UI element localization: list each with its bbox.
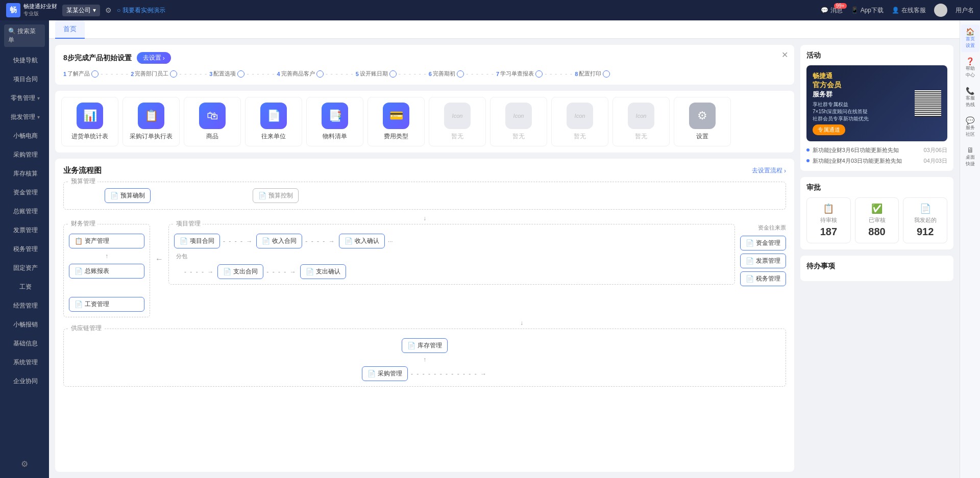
username[interactable]: 用户名: [955, 6, 974, 15]
workflow-settings-link[interactable]: 去设置流程 ›: [752, 166, 786, 175]
flow-node-income-confirm[interactable]: 📄 收入确认: [339, 234, 385, 248]
activity-item-1[interactable]: 新功能|业财3月6日功能更新抢先知 03月06日: [806, 146, 947, 154]
pending-card: 待办事项: [800, 256, 953, 281]
flow-node-budget-ctrl2[interactable]: 📄 预算控制: [253, 188, 299, 203]
quick-app-settings[interactable]: ⚙ 设置: [674, 97, 731, 146]
tab-home[interactable]: 首页: [55, 20, 85, 39]
quick-app-expense-type[interactable]: 💳 费用类型: [368, 97, 425, 146]
community-icon: 💬: [963, 116, 977, 124]
message-icon: 💬: [821, 7, 828, 14]
sidebar-item-basic-info[interactable]: 基础信息: [0, 334, 49, 353]
sidebar-item-invoice[interactable]: 发票管理: [0, 221, 49, 240]
setup-step-6[interactable]: 6 完善期初: [429, 70, 464, 78]
activity-banner[interactable]: 畅捷通 官方会员 服务群 享社群专属权益 7×15h深度顾问在线答疑 社群会员专…: [806, 65, 947, 141]
app-icon-expense-type: 💳: [383, 103, 409, 129]
avatar[interactable]: [934, 4, 947, 17]
flow-node-expense-confirm[interactable]: 📄 支出确认: [300, 264, 346, 279]
quick-app-purchase-orders[interactable]: 📋 采购订单执行表: [122, 97, 180, 146]
arrow-down-1: ↓: [63, 215, 786, 222]
setup-step-7[interactable]: 7 学习单查报表: [496, 70, 543, 78]
sidebar-item-inventory[interactable]: 库存核算: [0, 164, 49, 183]
right-sidebar-desktop[interactable]: 🖥 桌面快捷: [961, 143, 979, 170]
quick-app-placeholder3[interactable]: Icon 暂无: [551, 97, 608, 146]
arrow-icon: ›: [163, 55, 165, 62]
sidebar-gear-icon[interactable]: ⚙: [0, 455, 49, 473]
sidebar-item-fixed-assets[interactable]: 固定资产: [0, 259, 49, 278]
setup-step-4[interactable]: 4 完善商品客户: [277, 70, 324, 78]
sidebar: 🔍 搜索菜单 快捷导航 项目合同 零售管理 ▾ 批发管理 ▾ 小畅电商 采购管理: [0, 20, 49, 478]
quick-app-placeholder1[interactable]: Icon 暂无: [429, 97, 486, 146]
online-service-button[interactable]: 👤 在线客服: [892, 6, 926, 15]
step-6-circle: [457, 70, 464, 78]
quick-app-placeholder4[interactable]: Icon 暂无: [612, 97, 670, 146]
search-menu-button[interactable]: 🔍 搜索菜单: [4, 24, 45, 47]
initiated-label: 我发起的: [908, 216, 943, 224]
flow-node-capital-mgmt[interactable]: 📄 资金管理: [740, 236, 786, 250]
flow-node-purchase[interactable]: 📄 采购管理: [362, 366, 408, 381]
activity-title: 活动: [806, 51, 947, 60]
flow-node-asset-mgmt[interactable]: 📋 资产管理: [69, 234, 144, 248]
quick-app-goods[interactable]: 🛍 商品: [184, 97, 241, 146]
flow-node-income-contract[interactable]: 📄 收入合同: [256, 234, 302, 248]
flow-node-invoice-mgmt[interactable]: 📄 发票管理: [740, 254, 786, 268]
settings-icon[interactable]: ⚙: [105, 6, 112, 14]
desktop-icon: 🖥: [963, 146, 977, 154]
setup-step-3[interactable]: 3 配置选项: [209, 70, 244, 78]
activity-item-2[interactable]: 新功能|业财4月03日功能更新抢先知 04月03日: [806, 157, 947, 165]
content-scroll: ✕ 8步完成产品初始设置 去设置 › 1 了解产品: [49, 39, 960, 478]
flow-node-budget-control[interactable]: 📄 预算确制: [105, 188, 151, 203]
step-3-circle: [237, 70, 244, 78]
right-sidebar-home[interactable]: 🏠 首页设置: [961, 24, 979, 52]
setup-step-2[interactable]: 2 完善部门员工: [131, 70, 177, 78]
flow-node-project-contract[interactable]: 📄 项目合同: [174, 234, 220, 248]
sidebar-item-general[interactable]: 总账管理: [0, 202, 49, 221]
flow-node-inventory[interactable]: 📄 库存管理: [402, 338, 448, 353]
setup-close-button[interactable]: ✕: [781, 50, 788, 60]
right-sidebar-community[interactable]: 💬 服务社区: [961, 113, 979, 141]
approval-item-reviewed[interactable]: ✅ 已审核 880: [855, 197, 899, 243]
sidebar-item-payroll[interactable]: 工资: [0, 278, 49, 296]
sidebar-item-ecommerce[interactable]: 小畅电商: [0, 127, 49, 145]
flow-node-payroll[interactable]: 📄 工资管理: [69, 297, 144, 312]
quick-app-inventory-stats[interactable]: 📊 进货单统计表: [61, 97, 118, 146]
demo-link[interactable]: ○我要看实例演示: [117, 6, 165, 15]
sidebar-item-project-contract[interactable]: 项目合同: [0, 70, 49, 89]
quick-app-partners[interactable]: 📄 往来单位: [245, 97, 302, 146]
sidebar-item-tax[interactable]: 税务管理: [0, 240, 49, 259]
flow-node-expense-contract[interactable]: 📄 支出合同: [217, 264, 263, 279]
approval-item-pending[interactable]: 📋 待审核 187: [806, 197, 851, 243]
app-icon-settings: ⚙: [689, 103, 716, 129]
arrow-left-1: ←: [155, 255, 163, 264]
app-download-button[interactable]: 📱 App下载: [851, 6, 884, 15]
sidebar-item-ops[interactable]: 经营管理: [0, 296, 49, 315]
right-sidebar-hotline[interactable]: 📞 客服热线: [961, 84, 979, 111]
approval-item-initiated[interactable]: 📄 我发起的 912: [903, 197, 947, 243]
sidebar-item-purchase[interactable]: 采购管理: [0, 145, 49, 164]
sidebar-item-fund[interactable]: 资金管理: [0, 183, 49, 202]
sidebar-item-retail[interactable]: 零售管理 ▾: [0, 89, 49, 108]
flow-node-tax-mgmt[interactable]: 📄 税务管理: [740, 271, 786, 286]
setup-step-8[interactable]: 8 配置打印: [575, 70, 610, 78]
sidebar-item-quick-nav[interactable]: 快捷导航: [0, 51, 49, 70]
setup-go-button[interactable]: 去设置 ›: [137, 52, 171, 64]
quick-app-placeholder2[interactable]: Icon 暂无: [490, 97, 547, 146]
search-menu-area[interactable]: 🔍 搜索菜单: [0, 20, 49, 51]
dash-arrow-4: - - - - →: [266, 268, 297, 275]
setup-step-5[interactable]: 5 设开账日期: [356, 70, 397, 78]
dash-arrow-5: - - - - - - - - - - - - →: [411, 370, 487, 378]
flow-node-general-report[interactable]: 📄 总账报表: [69, 264, 144, 279]
sidebar-item-enterprise[interactable]: 企业协同: [0, 372, 49, 391]
sidebar-item-wholesale[interactable]: 批发管理 ▾: [0, 108, 49, 127]
message-button[interactable]: 💬 消息 99+: [821, 6, 843, 15]
setup-step-1[interactable]: 1 了解产品: [63, 70, 99, 78]
sidebar-item-expense[interactable]: 小畅报销: [0, 315, 49, 334]
sidebar-item-sys-mgmt[interactable]: 系统管理: [0, 353, 49, 372]
qr-code: [915, 90, 941, 117]
activity-join-button[interactable]: 专属通道: [813, 124, 845, 135]
pending-review-label: 待审核: [811, 216, 846, 224]
step-4-circle: [316, 70, 324, 78]
company-selector[interactable]: 某某公司 ▾: [62, 5, 100, 16]
quick-app-bom[interactable]: 📑 物料清单: [306, 97, 363, 146]
right-sidebar-help[interactable]: ❓ 帮助中心: [961, 54, 979, 82]
app-icon-placeholder4: Icon: [628, 103, 654, 129]
